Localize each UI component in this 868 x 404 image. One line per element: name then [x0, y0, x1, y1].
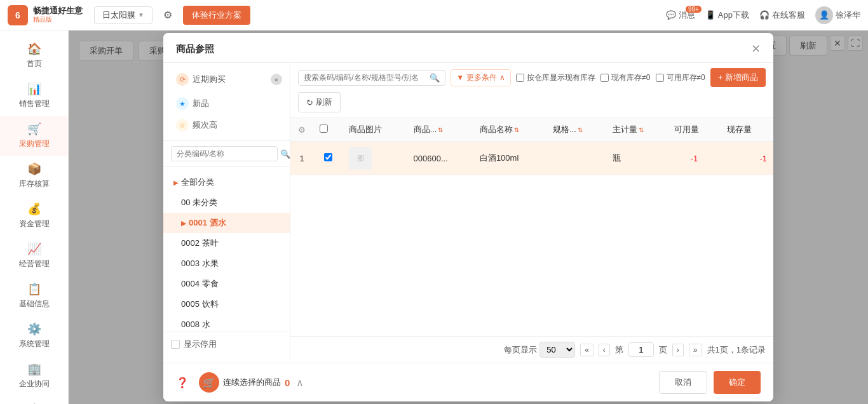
- page-size-select[interactable]: 50 10 20 100: [539, 342, 575, 358]
- checkbox-nonzero-available[interactable]: 可用库存≠0: [656, 72, 705, 83]
- th-code-sort[interactable]: 商品... ⇅: [414, 124, 467, 135]
- cart-count: 0: [285, 377, 290, 388]
- sidebar-item-label: 经营管理: [19, 259, 50, 269]
- confirm-button[interactable]: 确定: [714, 371, 761, 394]
- product-name: 白酒100ml: [480, 153, 519, 163]
- sidebar-item-operations[interactable]: 📈 经营管理: [0, 236, 68, 276]
- modal-body: ⟳ 近期购买 « ★ 新品 ☆ 频次高: [163, 63, 773, 363]
- th-name: 商品名称 ⇅: [473, 118, 546, 142]
- category-all[interactable]: ▶ 全部分类: [163, 172, 290, 192]
- footer-buttons: 取消 确定: [659, 371, 761, 394]
- select-all-checkbox[interactable]: [320, 125, 328, 133]
- th-code: 商品... ⇅: [407, 118, 473, 142]
- prev-page-button[interactable]: ‹: [599, 344, 610, 356]
- category-uncategorized[interactable]: 00 未分类: [163, 192, 290, 213]
- quick-frequent[interactable]: ☆ 频次高: [171, 115, 282, 135]
- modal-close-button[interactable]: ✕: [751, 42, 761, 56]
- category-tea[interactable]: 0002 茶叶: [163, 233, 290, 253]
- th-unit: 主计量 ⇅: [606, 118, 668, 142]
- product-search-icon[interactable]: 🔍: [430, 73, 440, 83]
- category-snack[interactable]: 0004 零食: [163, 274, 290, 294]
- store-selector[interactable]: 日太阳膜 ▼: [94, 6, 153, 24]
- table-header-row: ⚙ 商品图片: [290, 118, 773, 142]
- page-label: 第: [615, 344, 623, 356]
- first-page-button[interactable]: «: [580, 344, 593, 356]
- page-number-input[interactable]: [628, 342, 654, 357]
- cart-area[interactable]: 🛒 连续选择的商品 0 ∧: [199, 372, 304, 393]
- sidebar-item-label: 企业协同: [19, 379, 50, 389]
- quick-recent[interactable]: ⟳ 近期购买: [171, 69, 231, 90]
- main-area: 采购开单 采购退货 查询 设置 刷新 ✕ ⛶ 商品参照 ✕: [69, 30, 868, 404]
- sidebar-item-basic-info[interactable]: 📋 基础信息: [0, 276, 68, 316]
- row-select-checkbox[interactable]: [324, 153, 332, 161]
- sidebar-item-guide[interactable]: 🎓 新手引导: [0, 396, 68, 404]
- messages-item[interactable]: 💬 消息 99+: [666, 10, 695, 21]
- avatar: 👤: [815, 6, 833, 24]
- right-panel: 🔍 ▼ 更多条件 ∧ 按仓库显示现有库存: [290, 63, 773, 363]
- category-search-icon[interactable]: 🔍: [280, 149, 290, 159]
- th-name-sort[interactable]: 商品名称 ⇅: [480, 124, 540, 135]
- more-filter-button[interactable]: ▼ 更多条件 ∧: [451, 69, 511, 86]
- cat-uncategorized-label: 00 未分类: [181, 197, 217, 208]
- last-page-button[interactable]: »: [689, 344, 702, 356]
- basic-info-icon: 📋: [27, 282, 41, 296]
- quick-new[interactable]: ★ 新品: [171, 93, 282, 114]
- online-service-item[interactable]: 🎧 在线客服: [759, 10, 805, 21]
- next-page-button[interactable]: ›: [672, 344, 684, 356]
- sidebar-item-inventory[interactable]: 📦 库存核算: [0, 156, 68, 196]
- new-product-button[interactable]: + 新增商品: [710, 68, 766, 87]
- show-disabled-label[interactable]: 显示停用: [171, 339, 282, 350]
- column-settings-icon[interactable]: ⚙: [298, 125, 306, 135]
- toolbar: 🔍 ▼ 更多条件 ∧ 按仓库显示现有库存: [290, 63, 773, 118]
- user-avatar-area[interactable]: 👤 徐泽华: [815, 6, 860, 24]
- app-download-label: App下载: [718, 10, 749, 21]
- nonzero-stock-checkbox[interactable]: [600, 74, 609, 82]
- checkbox-warehouse-stock[interactable]: 按仓库显示现有库存: [516, 72, 595, 83]
- product-search-input[interactable]: [304, 73, 427, 82]
- sidebar-item-home[interactable]: 🏠 首页: [0, 36, 68, 76]
- cat-expand-arrow: ▶: [173, 179, 179, 186]
- app-download-item[interactable]: 📱 App下载: [705, 10, 749, 21]
- cancel-button[interactable]: 取消: [659, 371, 707, 394]
- filter-icon: ▼: [456, 73, 464, 82]
- cart-collapse-icon[interactable]: ∧: [296, 377, 304, 389]
- logo-area: 6 畅捷通好生意 精品版: [8, 5, 84, 25]
- page-size-label: 每页显示: [504, 344, 537, 356]
- category-water[interactable]: 0008 水: [163, 314, 290, 332]
- sidebar-item-system[interactable]: ⚙️ 系统管理: [0, 316, 68, 356]
- sidebar-item-finance[interactable]: 💰 资金管理: [0, 196, 68, 236]
- cat-beverage-label: 0005 饮料: [181, 299, 219, 310]
- refresh-label: 刷新: [316, 97, 332, 108]
- show-disabled-checkbox[interactable]: [171, 340, 180, 349]
- system-icon: ⚙️: [27, 322, 41, 336]
- th-spec-sort[interactable]: 规格... ⇅: [553, 124, 600, 135]
- sidebar-item-purchase[interactable]: 🛒 采购管理: [0, 116, 68, 156]
- product-table-area: ⚙ 商品图片: [290, 118, 773, 336]
- table-row[interactable]: 1 图: [290, 142, 773, 175]
- th-unit-sort[interactable]: 主计量 ⇅: [613, 124, 661, 135]
- category-fruit[interactable]: 0003 水果: [163, 253, 290, 274]
- checkbox-nonzero-stock[interactable]: 现有库存≠0: [600, 72, 650, 83]
- refresh-button[interactable]: ↻ 刷新: [298, 92, 341, 112]
- category-beverage[interactable]: 0005 饮料: [163, 294, 290, 314]
- modal-title: 商品参照: [176, 43, 214, 55]
- sidebar-item-sales[interactable]: 📊 销售管理: [0, 76, 68, 116]
- category-liquor[interactable]: ▶ 0001 酒水: [163, 213, 290, 233]
- category-all-label: 全部分类: [181, 177, 214, 188]
- help-icon[interactable]: ❓: [176, 377, 189, 389]
- store-label: 日太阳膜: [102, 10, 135, 21]
- product-code: 000600...: [414, 154, 448, 163]
- trial-button[interactable]: 体验行业方案: [183, 6, 250, 25]
- td-spec: [546, 142, 606, 175]
- new-icon: ★: [176, 97, 189, 110]
- sidebar-item-label: 采购管理: [19, 138, 50, 149]
- sidebar-item-enterprise[interactable]: 🏢 企业协同: [0, 356, 68, 396]
- settings-gear-icon[interactable]: ⚙: [158, 5, 178, 25]
- warehouse-stock-checkbox[interactable]: [516, 74, 524, 82]
- total-info: 共1页，1条记录: [707, 344, 766, 356]
- cat-snack-label: 0004 零食: [181, 278, 219, 290]
- left-panel-collapse-btn[interactable]: «: [271, 74, 282, 85]
- user-icon: 👤: [819, 10, 829, 20]
- category-search-input[interactable]: [171, 146, 278, 161]
- nonzero-available-checkbox[interactable]: [656, 74, 664, 82]
